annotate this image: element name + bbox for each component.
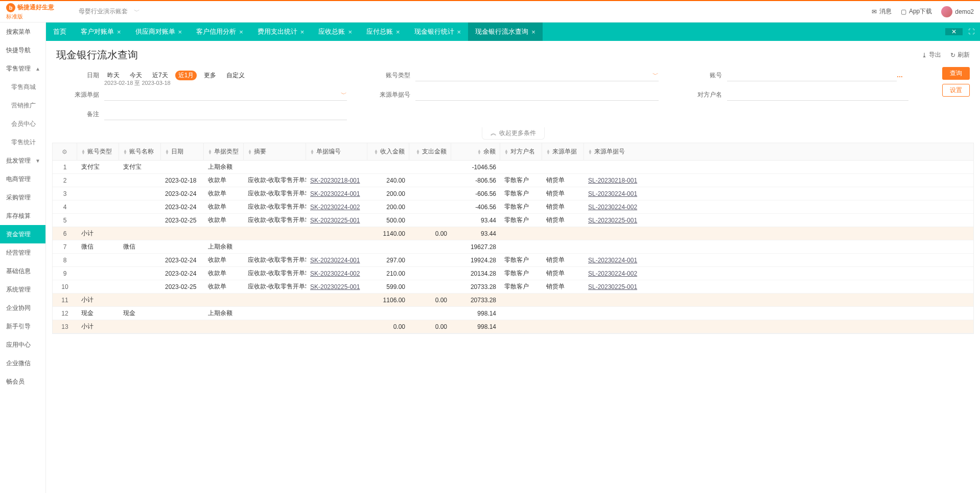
bill-link[interactable]: SK-20230224-002 bbox=[310, 204, 360, 211]
fullscreen-button[interactable]: ⛶ bbox=[963, 28, 980, 35]
tab[interactable]: 应付总账× bbox=[359, 23, 407, 41]
tab[interactable]: 现金银行流水查询× bbox=[468, 23, 543, 41]
col-income[interactable]: ▲▼收入金额 bbox=[367, 143, 409, 160]
tab[interactable]: 费用支出统计× bbox=[250, 23, 312, 41]
sidebar-item[interactable]: 企业协同 bbox=[0, 299, 45, 317]
tab[interactable]: 应收总账× bbox=[311, 23, 359, 41]
sidebar-item[interactable]: 新手引导 bbox=[0, 317, 45, 335]
sidebar-item[interactable]: 零售统计 bbox=[0, 133, 45, 151]
sidebar-item[interactable]: 采购管理 bbox=[0, 188, 45, 207]
bill-link[interactable]: SL-20230225-001 bbox=[588, 283, 637, 290]
date-preset[interactable]: 今天 bbox=[127, 71, 145, 80]
sidebar-item[interactable]: 电商管理 bbox=[0, 170, 45, 188]
table-row: 32023-02-24收款单应收款-收取零售开单SL-2SK-20230224-… bbox=[53, 187, 973, 200]
close-icon[interactable]: × bbox=[531, 28, 535, 36]
bill-link[interactable]: SL-20230224-001 bbox=[588, 257, 637, 264]
bill-link[interactable]: SK-20230224-002 bbox=[310, 270, 360, 277]
tab[interactable]: 供应商对账单× bbox=[128, 23, 190, 41]
sidebar-item[interactable]: 应用中心 bbox=[0, 335, 45, 354]
acct-type-select[interactable]: ﹀ bbox=[415, 69, 658, 81]
close-icon[interactable]: × bbox=[178, 28, 182, 36]
tab[interactable]: 首页 bbox=[46, 23, 74, 41]
remark-input[interactable] bbox=[104, 108, 347, 120]
sidebar-item[interactable]: 零售商城 bbox=[0, 78, 45, 96]
close-icon[interactable]: × bbox=[239, 28, 243, 36]
col-source-billno[interactable]: ▲▼来源单据号 bbox=[584, 143, 973, 160]
gear-icon[interactable]: ⚙ bbox=[62, 148, 67, 155]
src-bill-label: 来源单据 bbox=[56, 91, 99, 99]
sidebar-item[interactable]: 快捷导航 bbox=[0, 41, 45, 59]
sidebar-item[interactable]: 系统管理 bbox=[0, 280, 45, 299]
date-preset[interactable]: 近1月 bbox=[175, 71, 197, 80]
table-row: 6小计1140.000.0093.44 bbox=[53, 227, 973, 240]
col-bill-type[interactable]: ▲▼单据类型 bbox=[204, 143, 244, 160]
acct-more-button[interactable]: … bbox=[897, 72, 903, 79]
logo-text: 畅捷通好生意 bbox=[17, 3, 54, 12]
date-preset[interactable]: 自定义 bbox=[223, 71, 248, 80]
col-expense[interactable]: ▲▼支出金额 bbox=[409, 143, 451, 160]
sidebar-item[interactable]: 资金管理 bbox=[0, 225, 45, 243]
bill-link[interactable]: SK-20230218-001 bbox=[310, 177, 360, 184]
bill-link[interactable]: SL-20230224-001 bbox=[588, 190, 637, 197]
sidebar-item[interactable]: 零售管理▲ bbox=[0, 59, 45, 78]
settings-button[interactable]: 设置 bbox=[942, 84, 970, 97]
sidebar-item[interactable]: 批发管理▼ bbox=[0, 151, 45, 170]
bill-link[interactable]: SL-20230224-002 bbox=[588, 204, 637, 211]
date-preset[interactable]: 近7天 bbox=[149, 71, 171, 80]
col-counterparty[interactable]: ▲▼对方户名 bbox=[500, 143, 542, 160]
acct-label: 账号 bbox=[679, 71, 722, 80]
sidebar-item[interactable]: 搜索菜单 bbox=[0, 23, 45, 41]
bill-link[interactable]: SL-20230218-001 bbox=[588, 177, 637, 184]
acct-select[interactable] bbox=[727, 69, 897, 81]
col-source-bill[interactable]: ▲▼来源单据 bbox=[542, 143, 584, 160]
tab[interactable]: 现金银行统计× bbox=[407, 23, 469, 41]
bill-link[interactable]: SL-20230224-002 bbox=[588, 270, 637, 277]
user-menu[interactable]: demo2 bbox=[941, 6, 974, 17]
date-label: 日期 bbox=[56, 71, 99, 80]
table-row: 52023-02-25收款单应收款-收取零售开单SL-2SK-20230225-… bbox=[53, 214, 973, 227]
sidebar-item[interactable]: 库存核算 bbox=[0, 207, 45, 225]
bill-link[interactable]: SK-20230224-001 bbox=[310, 190, 360, 197]
sidebar-item[interactable]: 畅会员 bbox=[0, 372, 45, 391]
bill-link[interactable]: SK-20230225-001 bbox=[310, 217, 360, 224]
col-billno[interactable]: ▲▼单据编号 bbox=[306, 143, 367, 160]
sidebar-item[interactable]: 企业微信 bbox=[0, 354, 45, 372]
date-preset[interactable]: 昨天 bbox=[104, 71, 123, 80]
close-icon[interactable]: × bbox=[300, 28, 305, 36]
date-preset[interactable]: 更多 bbox=[201, 71, 219, 80]
refresh-button[interactable]: ↻ 刷新 bbox=[950, 51, 970, 59]
message-icon: ✉ bbox=[872, 8, 877, 15]
account-selector[interactable]: 母婴行业演示账套 ﹀ bbox=[75, 7, 144, 16]
col-acct-type[interactable]: ▲▼账号类型 bbox=[77, 143, 119, 160]
sidebar-item[interactable]: 经营管理 bbox=[0, 243, 45, 262]
tab[interactable]: 客户信用分析× bbox=[189, 23, 250, 41]
date-presets: 昨天今天近7天近1月更多自定义 bbox=[104, 71, 248, 80]
col-date[interactable]: ▲▼日期 bbox=[161, 143, 204, 160]
close-icon[interactable]: × bbox=[457, 28, 461, 36]
messages-button[interactable]: ✉ 消息 bbox=[872, 7, 892, 16]
tab[interactable]: 客户对账单× bbox=[74, 23, 128, 41]
src-billno-input[interactable] bbox=[415, 88, 658, 101]
bill-link[interactable]: SK-20230225-001 bbox=[310, 283, 360, 290]
sidebar-item[interactable]: 基础信息 bbox=[0, 262, 45, 280]
bill-link[interactable]: SL-20230225-001 bbox=[588, 217, 637, 224]
col-summary[interactable]: ▲▼摘要 bbox=[244, 143, 306, 160]
col-acct-name[interactable]: ▲▼账号名称 bbox=[119, 143, 161, 160]
src-bill-select[interactable]: ﹀ bbox=[104, 88, 347, 101]
edition-label: 标准版 bbox=[6, 13, 23, 20]
app-download-button[interactable]: ▢ App下载 bbox=[901, 7, 932, 16]
close-icon[interactable]: × bbox=[348, 28, 352, 36]
bill-link[interactable]: SK-20230224-001 bbox=[310, 257, 360, 264]
sidebar-item[interactable]: 会员中心 bbox=[0, 115, 45, 133]
query-button[interactable]: 查询 bbox=[942, 67, 970, 80]
export-button[interactable]: ⤓ 导出 bbox=[922, 51, 941, 59]
close-all-tabs-button[interactable]: ✕ bbox=[945, 28, 963, 35]
col-balance[interactable]: ▲▼余额 bbox=[451, 143, 500, 160]
sidebar-item[interactable]: 营销推广 bbox=[0, 96, 45, 115]
close-icon[interactable]: × bbox=[396, 28, 400, 36]
collapse-filters-button[interactable]: ︽ 收起更多条件 bbox=[482, 127, 545, 140]
close-icon[interactable]: × bbox=[117, 28, 121, 36]
close-icon: ✕ bbox=[951, 28, 956, 35]
counter-input[interactable] bbox=[727, 88, 908, 101]
acct-type-label: 账号类型 bbox=[367, 71, 410, 80]
